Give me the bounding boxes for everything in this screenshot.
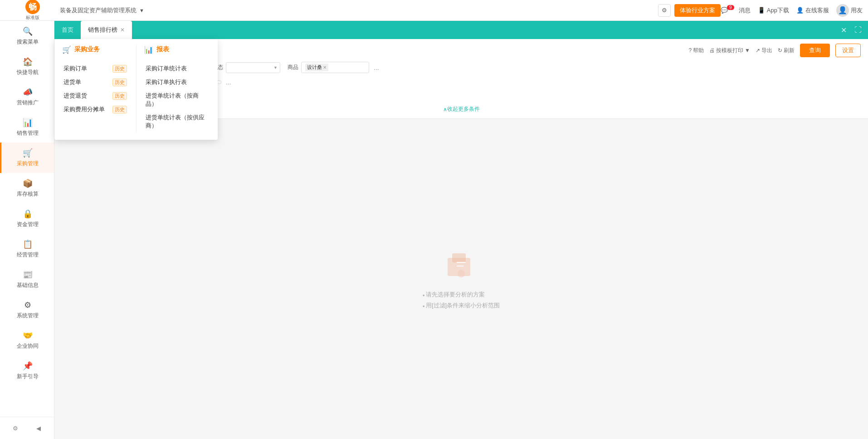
sidebar-label-cooperation: 企业协同 bbox=[17, 342, 39, 350]
app-icon: 📱 bbox=[758, 7, 765, 14]
basic-info-icon: 📰 bbox=[23, 270, 33, 280]
sidebar-item-marketing[interactable]: 📣 营销推广 bbox=[0, 82, 54, 112]
dropdown-columns: 🛒 采购业务 采购订单 历史 进货单 历史 进货退货 历史 采购费用分摊单 bbox=[54, 44, 218, 133]
empty-state: 请先选择要分析的方案 用[过滤]条件来缩小分析范围 bbox=[54, 119, 868, 439]
message-badge: 9 bbox=[727, 5, 734, 10]
sidebar-item-finance[interactable]: 🔒 资金管理 bbox=[0, 203, 54, 234]
sidebar-item-sales[interactable]: 📊 销售管理 bbox=[0, 112, 54, 143]
tab-bar: 首页 销售排行榜 ✕ ✕ ⛶ bbox=[54, 21, 868, 39]
sidebar-label-basic-info: 基础信息 bbox=[17, 281, 39, 289]
dropdown-item-order-stat[interactable]: 采购订单统计表 bbox=[144, 62, 211, 75]
logo-icon: 畅 bbox=[25, 0, 40, 14]
sidebar-item-purchase[interactable]: 🛒 采购管理 bbox=[0, 143, 54, 173]
item-label-return: 进货退货 bbox=[63, 92, 87, 100]
tab-close-icon[interactable]: ✕ bbox=[120, 27, 125, 33]
export-btn[interactable]: ↗ 导出 bbox=[756, 47, 772, 54]
online-service-btn[interactable]: 👤 在线客服 bbox=[796, 6, 829, 15]
refresh-btn[interactable]: ↻ 刷新 bbox=[778, 47, 795, 54]
print-dropdown-icon[interactable]: ▼ bbox=[745, 47, 750, 54]
history-badge-1: 历史 bbox=[112, 79, 127, 86]
purchase-col-title: 采购业务 bbox=[74, 45, 100, 54]
dropdown-item-receipt[interactable]: 进货单 历史 bbox=[62, 75, 129, 89]
purchase-col-icon: 🛒 bbox=[62, 44, 72, 54]
sidebar-item-inventory[interactable]: 📦 库存核算 bbox=[0, 173, 54, 203]
tab-sales-rank-label: 销售排行榜 bbox=[88, 26, 117, 34]
system-title-text: 装备及固定资产辅助管理系统 bbox=[60, 6, 137, 15]
topbar: 畅 标准版 装备及固定资产辅助管理系统 ▼ ⚙ 体验行业方案 💬 9 消息 📱 … bbox=[0, 0, 868, 21]
purchase-col-header: 🛒 采购业务 bbox=[62, 44, 129, 57]
print-icon: 🖨 bbox=[709, 47, 715, 54]
sidebar-item-system[interactable]: ⚙ 系统管理 bbox=[0, 295, 54, 325]
service-icon: 👤 bbox=[796, 7, 804, 14]
inventory-icon: 📦 bbox=[23, 178, 33, 188]
refresh-label: 刷新 bbox=[784, 47, 795, 54]
system-dropdown-arrow[interactable]: ▼ bbox=[139, 8, 144, 13]
user-btn[interactable]: 👤 用友 bbox=[836, 4, 863, 17]
message-label: 消息 bbox=[739, 6, 751, 15]
dropdown-item-receipt-stat-goods[interactable]: 进货单统计表（按商品） bbox=[144, 89, 211, 111]
sidebar-collapse-btn[interactable]: ◀ bbox=[31, 421, 46, 435]
item-label-receipt-stat-goods: 进货单统计表（按商品） bbox=[146, 92, 209, 108]
sidebar: 🔍 搜索菜单 🏠 快捷导航 📣 营销推广 📊 销售管理 🛒 采购管理 📦 库存核… bbox=[0, 21, 54, 439]
help-icon: ? bbox=[688, 47, 692, 54]
dropdown-item-cost[interactable]: 采购费用分摊单 历史 bbox=[62, 103, 129, 116]
sidebar-settings-btn[interactable]: ⚙ bbox=[8, 421, 23, 435]
goods-field: 商品 设计桑 ✕ ... bbox=[288, 62, 381, 73]
sidebar-item-operation[interactable]: 📋 经营管理 bbox=[0, 234, 54, 264]
doc-status-select[interactable] bbox=[226, 62, 280, 73]
tab-sales-rank[interactable]: 销售排行榜 ✕ bbox=[81, 21, 132, 39]
report-col-header: 📊 报表 bbox=[144, 44, 211, 57]
dropdown-col-purchase: 🛒 采购业务 采购订单 历史 进货单 历史 进货退货 历史 采购费用分摊单 bbox=[54, 44, 136, 133]
dropdown-col-report: 📊 报表 采购订单统计表 采购订单执行表 进货单统计表（按商品） 进货单统计表（… bbox=[136, 44, 218, 133]
sidebar-label-marketing: 营销推广 bbox=[17, 99, 39, 107]
print-btn[interactable]: 🖨 按模板打印 ▼ bbox=[709, 47, 750, 54]
tab-home[interactable]: 首页 bbox=[54, 21, 81, 39]
industry-button[interactable]: 体验行业方案 bbox=[674, 4, 721, 17]
sidebar-item-cooperation[interactable]: 🤝 企业协同 bbox=[0, 325, 54, 355]
setting-button[interactable]: 设置 bbox=[835, 44, 861, 57]
sidebar-item-search[interactable]: 🔍 搜索菜单 bbox=[0, 21, 54, 51]
sidebar-label-search: 搜索菜单 bbox=[17, 38, 39, 46]
message-btn[interactable]: 💬 9 消息 bbox=[721, 6, 751, 15]
dropdown-item-purchase-order[interactable]: 采购订单 历史 bbox=[62, 62, 129, 75]
refresh-icon: ↻ bbox=[778, 47, 782, 54]
print-label: 按模板打印 bbox=[716, 47, 743, 54]
sales-icon: 📊 bbox=[23, 118, 33, 128]
history-badge-3: 历史 bbox=[112, 106, 127, 113]
help-label: 帮助 bbox=[693, 47, 704, 54]
sidebar-label-quick-nav: 快捷导航 bbox=[17, 69, 39, 76]
item-label-cost: 采购费用分摊单 bbox=[63, 105, 105, 113]
finance-icon: 🔒 bbox=[23, 209, 33, 219]
report-col-icon: 📊 bbox=[144, 44, 154, 54]
history-badge-2: 历史 bbox=[112, 92, 127, 100]
dropdown-item-return[interactable]: 进货退货 历史 bbox=[62, 89, 129, 103]
dropdown-item-order-exec[interactable]: 采购订单执行表 bbox=[144, 75, 211, 89]
app-download-btn[interactable]: 📱 App下载 bbox=[758, 6, 789, 15]
item-label-purchase-order: 采购订单 bbox=[63, 64, 87, 73]
help-btn[interactable]: ? 帮助 bbox=[688, 47, 704, 54]
goods-tag-close[interactable]: ✕ bbox=[323, 65, 327, 70]
sidebar-item-newbie[interactable]: 📌 新手引导 bbox=[0, 355, 54, 386]
goods-ellipsis[interactable]: ... bbox=[372, 64, 381, 71]
goods-tag-input[interactable]: 设计桑 ✕ bbox=[301, 62, 369, 73]
sidebar-label-purchase: 采购管理 bbox=[17, 160, 39, 168]
query-button[interactable]: 查询 bbox=[800, 44, 830, 57]
close-tab-action[interactable]: ✕ bbox=[837, 24, 850, 36]
sidebar-item-quick-nav[interactable]: 🏠 快捷导航 bbox=[0, 51, 54, 82]
item-label-order-stat: 采购订单统计表 bbox=[146, 64, 187, 73]
history-badge-0: 历史 bbox=[112, 65, 127, 73]
doc-status-select-wrap bbox=[226, 62, 280, 73]
sidebar-bottom: ⚙ ◀ bbox=[0, 417, 54, 439]
export-label: 导出 bbox=[761, 47, 772, 54]
salesperson-ellipsis[interactable]: ... bbox=[224, 79, 233, 86]
tab-bar-actions: ✕ ⛶ bbox=[837, 24, 868, 36]
sidebar-item-basic-info[interactable]: 📰 基础信息 bbox=[0, 264, 54, 295]
sidebar-label-operation: 经营管理 bbox=[17, 251, 39, 259]
purchase-icon: 🛒 bbox=[23, 148, 33, 158]
service-label: 在线客服 bbox=[805, 6, 829, 15]
fullscreen-action[interactable]: ⛶ bbox=[852, 24, 864, 36]
gear-button[interactable]: ⚙ bbox=[658, 4, 671, 17]
dropdown-item-receipt-stat-supplier[interactable]: 进货单统计表（按供应商） bbox=[144, 111, 211, 133]
tab-home-label: 首页 bbox=[62, 26, 73, 34]
topbar-right: 💬 9 消息 📱 App下载 👤 在线客服 👤 用友 bbox=[721, 4, 863, 17]
